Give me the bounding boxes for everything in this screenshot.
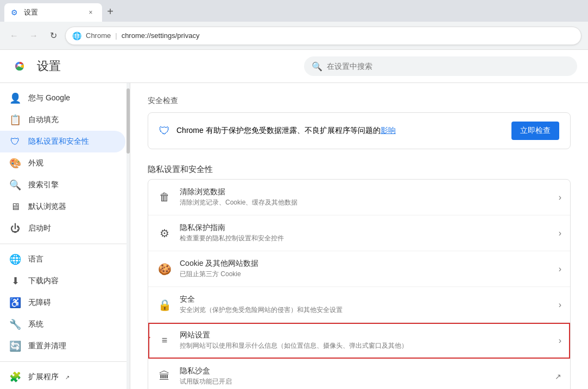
privacy-guide-icon: ⚙ bbox=[157, 227, 172, 240]
arrow-icon-1: › bbox=[559, 228, 561, 238]
person-icon: 👤 bbox=[9, 92, 22, 104]
tab-settings-icon: ⚙ bbox=[11, 8, 20, 17]
privacy-section-title: 隐私设置和安全性 bbox=[148, 164, 571, 175]
sidebar-item-extensions[interactable]: 🧩 扩展程序 ↗ bbox=[0, 366, 125, 388]
settings-item-cookies[interactable]: 🍪 Cookie 及其他网站数据 已阻止第三方 Cookie › bbox=[148, 251, 570, 287]
reset-icon: 🔄 bbox=[9, 340, 22, 352]
sidebar-label-system: 系统 bbox=[28, 320, 43, 329]
cookies-title: Cookie 及其他网站数据 bbox=[180, 259, 551, 269]
clear-browsing-title: 清除浏览数据 bbox=[180, 187, 551, 197]
site-settings-title: 网站设置 bbox=[180, 330, 551, 340]
sidebar-label-appearance: 外观 bbox=[28, 158, 43, 168]
settings-item-site-settings[interactable]: ≡ 网站设置 控制网站可以使用和显示什么信息（如位置信息、摄像头、弹出式窗口及其… bbox=[148, 323, 570, 359]
arrow-icon-0: › bbox=[559, 193, 561, 202]
clear-browsing-text: 清除浏览数据 清除浏览记录、Cookie、缓存及其他数据 bbox=[180, 187, 551, 207]
startup-icon: ⏻ bbox=[9, 223, 22, 234]
sidebar-label-startup: 启动时 bbox=[28, 224, 51, 233]
settings-item-privacy-sandbox[interactable]: 🏛 隐私沙盒 试用版功能已开启 ↗ bbox=[148, 359, 570, 389]
sidebar-item-language[interactable]: 🌐 语言 bbox=[0, 248, 125, 270]
sidebar-divider-1 bbox=[0, 244, 130, 244]
sidebar-label-default-browser: 默认浏览器 bbox=[28, 202, 66, 212]
sidebar-label-reset: 重置并清理 bbox=[28, 341, 66, 351]
search-input[interactable] bbox=[327, 62, 570, 71]
cookies-text: Cookie 及其他网站数据 已阻止第三方 Cookie bbox=[180, 259, 551, 279]
sidebar-label-downloads: 下载内容 bbox=[28, 276, 59, 286]
page-header: 设置 🔍 bbox=[0, 50, 588, 83]
tab-close-button[interactable]: × bbox=[86, 8, 96, 17]
security-title: 安全 bbox=[180, 295, 551, 304]
refresh-button[interactable]: ↻ bbox=[46, 28, 61, 43]
safety-check-title: 安全检查 bbox=[148, 96, 571, 106]
external-icon-sandbox: ↗ bbox=[555, 372, 561, 381]
sidebar-item-reset[interactable]: 🔄 重置并清理 bbox=[0, 335, 125, 357]
search-box[interactable]: 🔍 bbox=[304, 56, 578, 76]
safety-check-button[interactable]: 立即检查 bbox=[511, 122, 559, 140]
sidebar-item-google[interactable]: 👤 您与 Google bbox=[0, 87, 125, 109]
trash-icon: 🗑 bbox=[157, 191, 172, 203]
sidebar-scrollbar bbox=[127, 83, 130, 389]
privacy-sandbox-subtitle: 试用版功能已开启 bbox=[180, 377, 547, 386]
sidebar-item-appearance[interactable]: 🎨 外观 bbox=[0, 152, 125, 174]
shield-icon: 🛡 bbox=[9, 136, 22, 148]
sidebar-label-autofill: 自动填充 bbox=[28, 115, 59, 125]
content-area: 安全检查 🛡 Chrome 有助于保护您免受数据泄露、不良扩展程序等问题的影响 … bbox=[130, 83, 588, 389]
clear-browsing-subtitle: 清除浏览记录、Cookie、缓存及其他数据 bbox=[180, 198, 551, 207]
safety-card-text: Chrome 有助于保护您免受数据泄露、不良扩展程序等问题的影响 bbox=[176, 126, 505, 136]
page-title: 设置 bbox=[37, 58, 295, 74]
sidebar-item-autofill[interactable]: 📋 自动填充 bbox=[0, 109, 125, 131]
sidebar-label-accessibility: 无障碍 bbox=[28, 298, 51, 308]
address-separator: | bbox=[115, 31, 117, 40]
safety-text-prefix: Chrome 有助于保护您免受数据泄露、不良扩展程序等问题的 bbox=[176, 126, 381, 135]
arrow-icon-4: › bbox=[559, 336, 561, 346]
sidebar: 👤 您与 Google 📋 自动填充 🛡 隐私设置和安全性 🎨 外观 🔍 bbox=[0, 83, 130, 389]
security-text: 安全 安全浏览（保护您免受危险网站的侵害）和其他安全设置 bbox=[180, 295, 551, 315]
accessibility-icon: ♿ bbox=[9, 297, 22, 309]
browser-icon: 🖥 bbox=[9, 201, 22, 213]
privacy-sandbox-text: 隐私沙盒 试用版功能已开启 bbox=[180, 366, 547, 386]
sidebar-item-privacy[interactable]: 🛡 隐私设置和安全性 bbox=[0, 131, 125, 152]
sidebar-divider-2 bbox=[0, 361, 130, 362]
forward-button[interactable]: → bbox=[26, 28, 41, 43]
sidebar-scrollbar-thumb[interactable] bbox=[127, 88, 130, 154]
sidebar-item-system[interactable]: 🔧 系统 bbox=[0, 314, 125, 335]
site-settings-icon: ≡ bbox=[157, 335, 172, 346]
sidebar-item-accessibility[interactable]: ♿ 无障碍 bbox=[0, 292, 125, 314]
address-bar: ← → ↻ 🌐 Chrome | chrome://settings/priva… bbox=[0, 22, 588, 50]
appearance-icon: 🎨 bbox=[9, 157, 22, 169]
back-button[interactable]: ← bbox=[7, 28, 22, 43]
sidebar-item-downloads[interactable]: ⬇ 下载内容 bbox=[0, 270, 125, 292]
arrow-icon-3: › bbox=[559, 300, 561, 310]
browser-brand: Chrome bbox=[86, 31, 111, 40]
privacy-sandbox-title: 隐私沙盒 bbox=[180, 366, 547, 376]
sidebar-item-default-browser[interactable]: 🖥 默认浏览器 bbox=[0, 196, 125, 218]
site-settings-text: 网站设置 控制网站可以使用和显示什么信息（如位置信息、摄像头、弹出式窗口及其他） bbox=[180, 330, 551, 350]
tab-bar: ⚙ 设置 × + bbox=[0, 0, 588, 22]
sidebar-item-search[interactable]: 🔍 搜索引擎 bbox=[0, 174, 125, 196]
sidebar-item-startup[interactable]: ⏻ 启动时 bbox=[0, 218, 125, 239]
external-link-icon: ↗ bbox=[65, 374, 69, 380]
address-input[interactable]: 🌐 Chrome | chrome://settings/privacy bbox=[65, 27, 581, 45]
safety-text-link[interactable]: 影响 bbox=[381, 126, 396, 135]
chrome-logo bbox=[11, 58, 28, 75]
extensions-icon: 🧩 bbox=[9, 371, 22, 383]
main-area: 👤 您与 Google 📋 自动填充 🛡 隐私设置和安全性 🎨 外观 🔍 bbox=[0, 83, 588, 389]
settings-item-clear-browsing[interactable]: 🗑 清除浏览数据 清除浏览记录、Cookie、缓存及其他数据 › bbox=[148, 180, 570, 215]
search-icon: 🔍 bbox=[312, 61, 323, 72]
download-icon: ⬇ bbox=[9, 275, 22, 287]
system-icon: 🔧 bbox=[9, 318, 22, 330]
safety-check-card: 🛡 Chrome 有助于保护您免受数据泄露、不良扩展程序等问题的影响 立即检查 bbox=[148, 112, 571, 149]
active-tab[interactable]: ⚙ 设置 × bbox=[4, 3, 102, 22]
settings-item-privacy-guide[interactable]: ⚙ 隐私保护指南 检查重要的隐私控制设置和安全控件 › bbox=[148, 215, 570, 251]
search-nav-icon: 🔍 bbox=[9, 179, 22, 191]
cookie-icon: 🍪 bbox=[157, 263, 172, 276]
page-content: 设置 🔍 👤 您与 Google 📋 自动填充 🛡 隐私设 bbox=[0, 50, 588, 389]
sidebar-label-privacy: 隐私设置和安全性 bbox=[28, 137, 89, 146]
address-url: chrome://settings/privacy bbox=[122, 31, 200, 40]
settings-item-security[interactable]: 🔒 安全 安全浏览（保护您免受危险网站的侵害）和其他安全设置 › bbox=[148, 287, 570, 323]
autofill-icon: 📋 bbox=[9, 114, 22, 126]
language-icon: 🌐 bbox=[9, 253, 22, 265]
privacy-guide-subtitle: 检查重要的隐私控制设置和安全控件 bbox=[180, 234, 551, 243]
sidebar-label-google: 您与 Google bbox=[28, 93, 70, 103]
privacy-guide-title: 隐私保护指南 bbox=[180, 223, 551, 233]
new-tab-button[interactable]: + bbox=[102, 3, 118, 20]
